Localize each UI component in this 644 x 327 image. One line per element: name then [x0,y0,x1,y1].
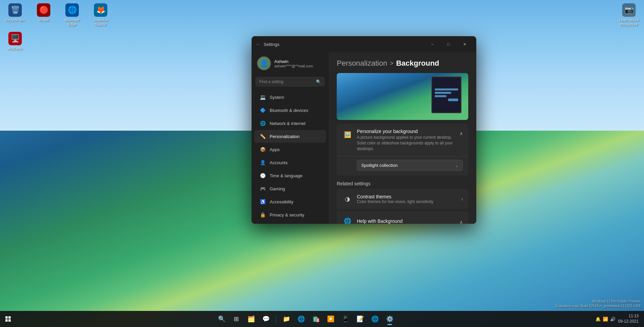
personalize-title: Personalize your background [357,129,460,134]
privacy-icon: 🔒 [260,212,266,218]
anydesk-icon: 🖥️ [8,32,22,45]
notification-icon[interactable]: 🔔 [595,317,601,322]
desktop-icon-learn-about[interactable]: 📷 Learn about this picture [617,3,641,27]
user-name: Ashwin [274,59,313,64]
desktop-icon-recycle-bin[interactable]: 🗑️ Recycle Bin [3,3,27,27]
desktop-icon-edge[interactable]: 🌐 Microsoft Edge [60,3,84,27]
edge-icon: 🌐 [65,3,79,17]
taskbar-settings[interactable]: ⚙️ [383,312,396,326]
close-button[interactable]: ✕ [457,39,472,50]
contrast-themes-icon: ◑ [342,194,353,204]
title-bar-title: Settings [264,42,279,47]
preview-monitor [431,76,462,113]
user-email: ashwin****@**mail.com [274,64,313,68]
sidebar-item-privacy-label: Privacy & security [270,212,304,217]
taskbar-task-view[interactable]: ⊞ [230,312,243,326]
sidebar-item-personalization[interactable]: ✏️ Personalization [254,130,326,143]
minimize-button[interactable]: − [425,39,440,50]
start-icon-br [8,319,11,322]
sidebar-item-network[interactable]: 🌐 Network & internet [254,117,326,130]
taskbar-center: 🔍 ⊞ 🗂️ 💬 📁 🌐 🛍️ ▶️ 📱 📝 🌐 ⚙️ [16,312,595,326]
help-title: Help with Background [357,218,402,224]
taskbar-store[interactable]: 🛍️ [309,312,323,326]
taskbar-chat[interactable]: 💬 [259,312,273,326]
user-info: Ashwin ashwin****@**mail.com [274,59,313,68]
desktop-icon-waterfox[interactable]: 🦊 Waterfox Classic [89,3,112,27]
monitor-line-3 [435,95,446,97]
start-icon [5,316,11,322]
search-input[interactable] [259,79,313,84]
settings-content: 👤 Ashwin ashwin****@**mail.com 🔍 💻 Syste… [252,52,476,224]
sidebar-item-system-label: System [270,95,284,100]
desktop-icon-vivaldi[interactable]: 🔴 Vivaldi [32,3,55,27]
background-type-dropdown[interactable]: Spotlight collection ⌄ [357,160,463,171]
breadcrumb: Personalization > Background [337,59,468,68]
network-icon: 🌐 [260,120,266,126]
breadcrumb-current: Background [396,59,439,68]
taskbar-clock[interactable]: 11:13 09-12-2021 [618,314,639,324]
clock-date: 09-12-2021 [618,319,639,324]
sidebar: 👤 Ashwin ashwin****@**mail.com 🔍 💻 Syste… [252,52,329,224]
desktop-icon-row-1: 🗑️ Recycle Bin 🔴 Vivaldi 🌐 Microsoft Edg… [3,3,112,27]
desktop-icon-row-2: 🖥️ AnyDesk [3,32,112,51]
taskbar-edge[interactable]: 🌐 [368,312,382,326]
vivaldi-icon: 🔴 [37,3,50,17]
monitor-line-2 [435,92,451,94]
learn-about-label: Learn about this picture [617,18,641,27]
sidebar-item-accessibility[interactable]: ♿ Accessibility [254,195,326,208]
taskbar-browser[interactable]: 🌐 [294,312,308,326]
edge-label: Microsoft Edge [60,18,84,27]
contrast-themes-row[interactable]: ◑ Contrast themes Color themes for low v… [337,189,468,209]
desktop-icons-container: 🗑️ Recycle Bin 🔴 Vivaldi 🌐 Microsoft Edg… [3,3,112,51]
volume-icon[interactable]: 🔊 [610,317,615,322]
taskbar-file-explorer[interactable]: 📁 [280,312,293,326]
taskbar-phone-link[interactable]: 📱 [339,312,352,326]
vivaldi-label: Vivaldi [38,18,49,22]
help-section: 🌐 Help with Background ∧ [337,211,468,224]
learn-about-icon: 📷 [622,3,636,17]
sidebar-item-accessibility-label: Accessibility [270,199,293,204]
contrast-themes-left: ◑ Contrast themes Color themes for low v… [342,194,433,204]
gaming-icon: 🎮 [260,186,266,192]
taskbar-search[interactable]: 🔍 [215,312,228,326]
start-icon-tr [8,316,11,319]
sidebar-item-privacy[interactable]: 🔒 Privacy & security [254,208,326,220]
build-info-line2: Evaluation copy. Build 22518.rs_prerelea… [555,304,641,309]
system-tray-icons: 🔔 📶 🔊 [595,317,615,322]
clock-time: 11:13 [629,314,639,319]
taskbar-media[interactable]: ▶️ [324,312,337,326]
build-info: Windows 11 Pro Insider Preview Evaluatio… [555,299,641,309]
apps-icon: 📦 [260,146,266,152]
sidebar-item-time-language[interactable]: 🕐 Time & language [254,169,326,182]
start-button[interactable] [0,311,16,327]
contrast-themes-chevron-icon: › [461,196,463,202]
background-preview [337,73,468,120]
back-button[interactable]: ← [256,42,261,47]
personalize-expanded: Spotlight collection ⌄ [337,156,468,176]
help-section-header[interactable]: 🌐 Help with Background ∧ [337,211,468,224]
user-profile[interactable]: 👤 Ashwin ashwin****@**mail.com [252,52,329,74]
build-info-line1: Windows 11 Pro Insider Preview [555,299,641,304]
anydesk-label: AnyDesk [8,47,22,51]
sidebar-item-personalization-label: Personalization [270,134,300,139]
sidebar-item-bluetooth-label: Bluetooth & devices [270,108,308,113]
desktop-icon-anydesk[interactable]: 🖥️ AnyDesk [3,32,27,51]
maximize-button[interactable]: □ [441,39,456,50]
dropdown-chevron-icon: ⌄ [455,163,459,168]
sidebar-item-accounts[interactable]: 👤 Accounts [254,156,326,169]
breadcrumb-parent: Personalization [337,59,387,68]
taskbar-notepad[interactable]: 📝 [354,312,367,326]
monitor-lines [435,88,458,97]
network-status-icon[interactable]: 📶 [603,317,608,322]
search-box[interactable]: 🔍 [256,77,325,86]
sidebar-item-bluetooth[interactable]: 🔷 Bluetooth & devices [254,104,326,117]
sidebar-item-apps[interactable]: 📦 Apps [254,143,326,156]
sidebar-item-system[interactable]: 💻 System [254,91,326,104]
avatar: 👤 [257,56,271,70]
taskbar-widgets[interactable]: 🗂️ [245,312,258,326]
sidebar-item-network-label: Network & internet [270,121,306,126]
personalize-section-header[interactable]: 🖼️ Personalize your background A picture… [337,124,468,156]
sidebar-item-gaming[interactable]: 🎮 Gaming [254,182,326,195]
contrast-themes-desc: Color themes for low vision, light sensi… [357,199,433,204]
title-bar-left: ← Settings [256,42,279,47]
